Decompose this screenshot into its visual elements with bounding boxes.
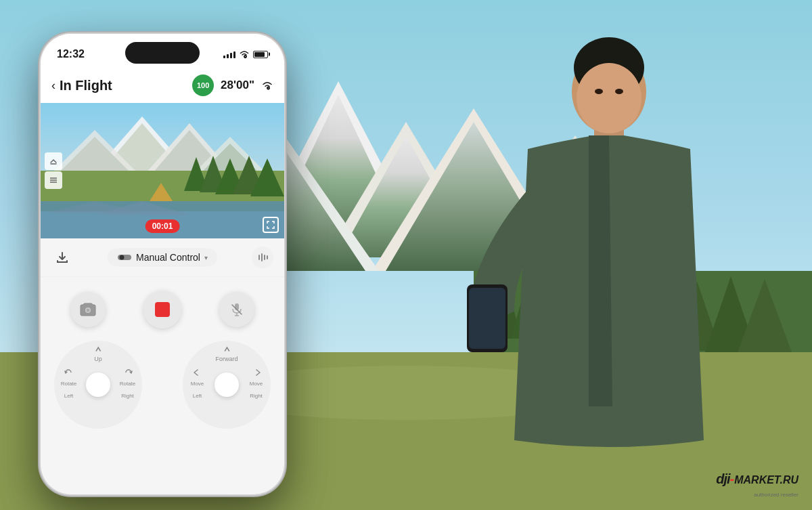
video-scene-svg xyxy=(41,103,284,238)
joystick-icon xyxy=(117,253,132,262)
phone-wrapper: 12:32 xyxy=(41,34,298,494)
expand-button[interactable] xyxy=(263,217,279,233)
rotate-left-label: RotateLeft xyxy=(57,369,81,400)
right-dpad-knob xyxy=(215,373,239,397)
svg-point-30 xyxy=(615,89,623,94)
signal-bar-1 xyxy=(223,56,225,58)
back-button[interactable]: ‹ xyxy=(51,79,55,93)
signal-bar-4 xyxy=(233,51,235,58)
video-sidebar xyxy=(45,152,62,189)
svg-rect-59 xyxy=(261,253,263,261)
mic-button[interactable] xyxy=(219,292,254,327)
svg-rect-58 xyxy=(258,255,260,260)
mic-muted-icon xyxy=(229,302,244,317)
move-left-label: MoveLeft xyxy=(185,369,209,400)
connection-wifi-icon xyxy=(261,81,273,90)
right-dpad[interactable]: Forward MoveLeft MoveRight xyxy=(183,341,271,429)
video-preview[interactable]: 00:01 xyxy=(41,103,284,238)
left-dpad[interactable]: Up RotateLeft RotateRight xyxy=(54,341,142,429)
status-time: 12:32 xyxy=(57,48,85,60)
dji-logo-text: dji xyxy=(716,471,729,487)
header-right: 100 28'00" xyxy=(192,75,273,96)
dpad-up-text: Up xyxy=(94,356,102,362)
phone-notch xyxy=(125,42,200,64)
status-icons xyxy=(223,50,268,58)
camera-button[interactable] xyxy=(70,292,106,327)
svg-rect-61 xyxy=(267,255,268,259)
rotate-right-text: RotateRight xyxy=(120,381,136,399)
dpad-up-label: Up xyxy=(94,346,102,364)
market-text: MARKET.RU xyxy=(734,474,798,486)
rotate-left-text: RotateLeft xyxy=(61,381,77,399)
dji-branding: dji - MARKET.RU authorized reseller xyxy=(716,471,798,499)
mode-label: Manual Control xyxy=(136,252,200,263)
drone-battery-indicator: 100 xyxy=(192,75,214,96)
dji-hyphen: - xyxy=(730,471,735,487)
joystick-controls: Up RotateLeft RotateRight xyxy=(41,335,284,440)
rotate-right-label: RotateRight xyxy=(116,369,139,400)
page-title: In Flight xyxy=(60,78,112,93)
wifi-icon xyxy=(239,50,250,58)
sidebar-menu-btn[interactable] xyxy=(45,171,62,189)
svg-point-28 xyxy=(577,63,641,133)
svg-point-29 xyxy=(595,89,603,94)
left-dpad-knob xyxy=(86,373,110,397)
phone: 12:32 xyxy=(41,34,284,494)
svg-rect-32 xyxy=(469,288,505,349)
mode-chevron-icon: ▾ xyxy=(204,254,208,261)
signal-bar-3 xyxy=(230,53,232,58)
move-right-text: MoveRight xyxy=(250,381,263,399)
move-right-label: MoveRight xyxy=(244,369,268,400)
svg-point-63 xyxy=(87,309,90,312)
svg-point-57 xyxy=(120,255,125,260)
download-button[interactable] xyxy=(51,247,73,268)
signal-bars-icon xyxy=(223,50,235,58)
sidebar-up-btn[interactable] xyxy=(45,152,62,170)
forward-text: Forward xyxy=(215,356,238,362)
camera-icon xyxy=(79,302,97,317)
record-stop-icon xyxy=(155,302,170,317)
audio-button[interactable] xyxy=(252,247,273,268)
recording-timer: 00:01 xyxy=(145,219,180,233)
mode-selector[interactable]: Manual Control ▾ xyxy=(108,248,217,267)
flight-time: 28'00" xyxy=(221,79,254,92)
signal-bar-2 xyxy=(227,54,229,58)
mode-bar: Manual Control ▾ xyxy=(41,238,284,277)
battery-icon xyxy=(253,51,268,58)
authorized-reseller-text: authorized reseller xyxy=(754,492,798,498)
svg-rect-60 xyxy=(264,255,265,260)
record-button[interactable] xyxy=(143,291,181,328)
drone-battery-pct: 100 xyxy=(197,81,209,89)
header-left: ‹ In Flight xyxy=(51,78,112,93)
move-left-text: MoveLeft xyxy=(191,381,204,399)
battery-fill xyxy=(254,52,265,57)
app-header: ‹ In Flight 100 28'00" xyxy=(41,69,284,103)
action-buttons-row xyxy=(41,277,284,335)
dpad-forward-label: Forward xyxy=(215,346,238,364)
